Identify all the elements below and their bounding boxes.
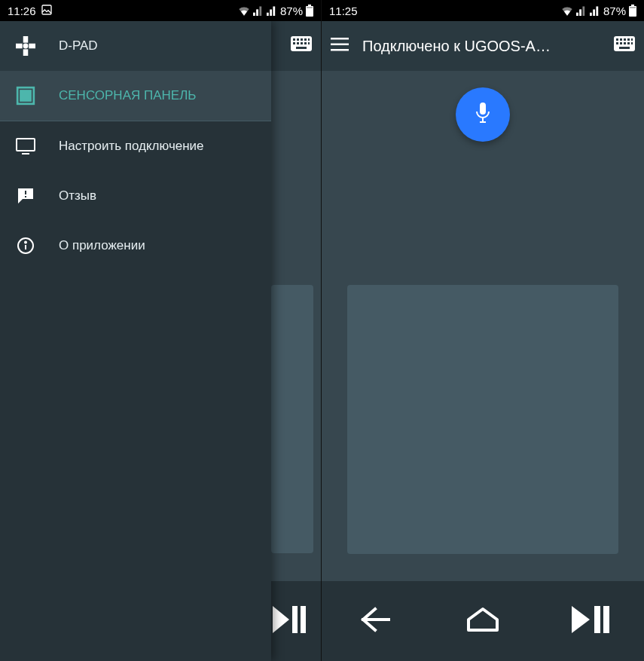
- touchpad-area[interactable]: [347, 285, 618, 554]
- svg-rect-6: [297, 38, 299, 41]
- touchpad-icon: [15, 86, 36, 106]
- keyboard-icon[interactable]: [614, 36, 635, 56]
- svg-rect-50: [480, 103, 486, 115]
- svg-rect-54: [603, 606, 609, 633]
- drawer-item-feedback[interactable]: Отзыв: [0, 171, 271, 221]
- home-button[interactable]: [453, 606, 513, 636]
- battery-text: 87%: [603, 5, 626, 17]
- drawer-item-about[interactable]: О приложении: [0, 221, 271, 271]
- svg-rect-28: [25, 196, 26, 197]
- svg-rect-34: [630, 7, 636, 8]
- home-icon: [465, 606, 500, 636]
- svg-rect-18: [23, 36, 29, 43]
- svg-point-22: [23, 44, 29, 49]
- svg-rect-20: [16, 44, 23, 49]
- svg-rect-21: [29, 44, 35, 49]
- monitor-icon: [15, 138, 36, 155]
- svg-rect-9: [308, 38, 310, 41]
- signal-icon: [253, 5, 264, 16]
- phone-left: 11:26 87% D-PAD: [0, 0, 322, 661]
- drawer-item-label: Настроить подключение: [59, 139, 204, 154]
- svg-rect-15: [296, 47, 307, 49]
- svg-rect-2: [308, 5, 311, 6]
- svg-rect-16: [292, 606, 298, 633]
- wifi-icon: [238, 5, 250, 16]
- remote-body: [322, 71, 644, 581]
- svg-rect-25: [17, 139, 35, 151]
- appbar-title: Подключено к UGOOS-A…: [362, 38, 600, 55]
- navigation-drawer: D-PAD СЕНСОРНАЯ ПАНЕЛЬ Настроить подключ…: [0, 21, 271, 661]
- image-icon: [41, 4, 53, 18]
- drawer-item-touchpad[interactable]: СЕНСОРНАЯ ПАНЕЛЬ: [0, 71, 271, 121]
- svg-rect-42: [627, 38, 630, 41]
- svg-rect-46: [624, 42, 626, 44]
- info-icon: [15, 237, 36, 255]
- svg-rect-35: [331, 38, 349, 40]
- touchpad-peek[interactable]: [271, 285, 313, 553]
- svg-rect-12: [301, 42, 303, 44]
- signal-icon: [576, 5, 587, 16]
- svg-rect-33: [631, 5, 634, 6]
- svg-rect-27: [25, 191, 26, 194]
- feedback-icon: [15, 187, 36, 205]
- battery-icon: [629, 5, 636, 17]
- drawer-item-configure[interactable]: Настроить подключение: [0, 121, 271, 171]
- svg-rect-14: [308, 42, 310, 44]
- svg-rect-5: [293, 38, 295, 41]
- svg-rect-10: [293, 42, 295, 44]
- nav-bar: [322, 581, 644, 661]
- svg-rect-37: [331, 49, 349, 51]
- svg-rect-3: [307, 7, 313, 8]
- svg-rect-53: [594, 606, 600, 633]
- svg-rect-49: [619, 47, 630, 49]
- drawer-item-label: D-PAD: [59, 38, 98, 54]
- signal-icon-2: [267, 5, 277, 16]
- signal-icon-2: [590, 5, 600, 16]
- svg-rect-19: [23, 49, 29, 56]
- svg-rect-43: [631, 38, 633, 41]
- svg-rect-47: [627, 42, 630, 44]
- svg-rect-13: [304, 42, 307, 44]
- keyboard-icon[interactable]: [291, 36, 312, 56]
- back-icon: [360, 606, 390, 636]
- svg-rect-40: [620, 38, 622, 41]
- svg-rect-0: [42, 5, 51, 14]
- dpad-icon: [15, 36, 36, 56]
- svg-rect-8: [304, 38, 307, 41]
- svg-rect-45: [620, 42, 622, 44]
- play-pause-button[interactable]: [560, 606, 621, 636]
- svg-rect-41: [624, 38, 626, 41]
- status-time: 11:25: [329, 5, 358, 17]
- drawer-item-label: СЕНСОРНАЯ ПАНЕЛЬ: [59, 88, 196, 103]
- svg-rect-24: [21, 91, 31, 101]
- svg-rect-11: [297, 42, 299, 44]
- svg-rect-7: [301, 38, 303, 41]
- status-bar: 11:25 87%: [322, 0, 644, 21]
- voice-button[interactable]: [456, 87, 510, 142]
- wifi-icon: [561, 5, 573, 16]
- back-button[interactable]: [345, 606, 405, 636]
- drawer-item-dpad[interactable]: D-PAD: [0, 21, 271, 71]
- navbar-peek: [271, 581, 321, 661]
- menu-icon[interactable]: [331, 37, 349, 55]
- battery-text: 87%: [280, 5, 303, 17]
- svg-point-31: [25, 242, 26, 243]
- status-time: 11:26: [8, 5, 36, 17]
- play-pause-icon[interactable]: [273, 606, 306, 636]
- battery-icon: [306, 5, 313, 17]
- phone-right: 11:25 87% Подключено к UGOOS-A…: [322, 0, 644, 661]
- svg-rect-48: [631, 42, 633, 44]
- drawer-item-label: О приложении: [59, 238, 145, 253]
- drawer-item-label: Отзыв: [59, 188, 96, 204]
- play-pause-icon: [572, 606, 609, 636]
- appbar-peek: [271, 21, 321, 71]
- status-bar: 11:26 87%: [0, 0, 321, 21]
- svg-rect-17: [301, 606, 306, 633]
- svg-rect-36: [331, 44, 349, 46]
- svg-rect-44: [616, 42, 618, 44]
- svg-rect-39: [616, 38, 618, 41]
- microphone-icon: [474, 102, 492, 127]
- app-bar: Подключено к UGOOS-A…: [322, 21, 644, 71]
